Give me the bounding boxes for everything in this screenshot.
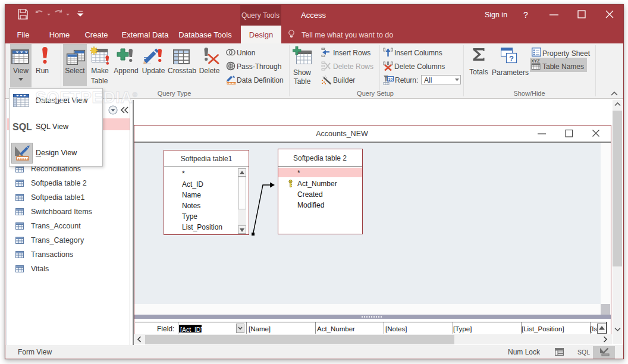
svg-text:?: ? [509, 54, 514, 63]
svg-text:XYZ: XYZ [531, 58, 540, 64]
svg-text:10: 10 [388, 77, 393, 81]
